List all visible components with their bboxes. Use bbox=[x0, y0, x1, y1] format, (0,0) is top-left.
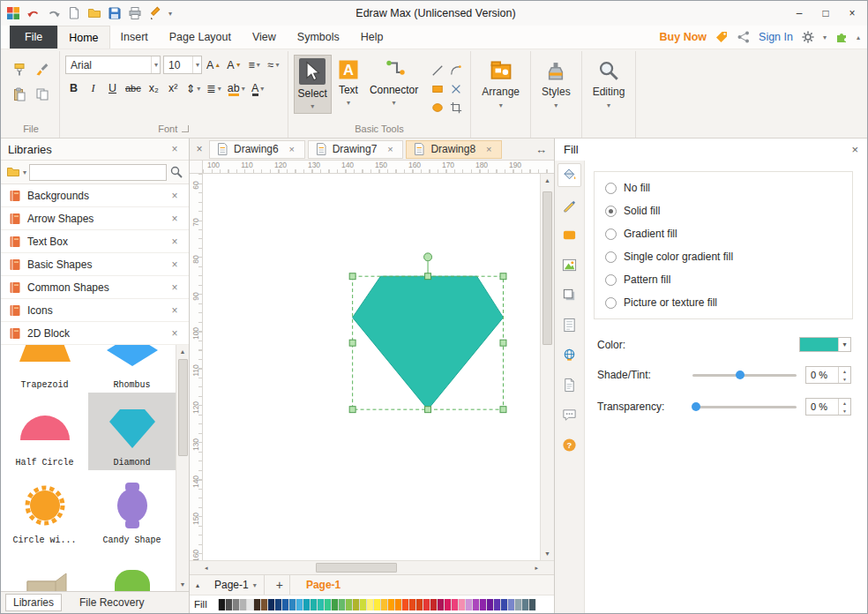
color-swatch[interactable] bbox=[423, 599, 430, 610]
color-swatch[interactable] bbox=[353, 599, 359, 610]
bold-button[interactable]: B bbox=[65, 79, 82, 97]
doc-tab-drawing8[interactable]: Drawing8× bbox=[406, 140, 502, 159]
color-swatch[interactable] bbox=[445, 599, 451, 610]
library-item-text-box[interactable]: Text Box× bbox=[1, 230, 189, 253]
color-swatch[interactable] bbox=[522, 599, 528, 610]
scroll-left-icon[interactable]: ◂ bbox=[205, 562, 208, 573]
color-swatch[interactable] bbox=[289, 599, 296, 610]
color-swatch[interactable] bbox=[212, 599, 218, 610]
document-properties-icon[interactable] bbox=[557, 373, 581, 397]
color-swatch[interactable] bbox=[240, 599, 246, 610]
color-swatch[interactable] bbox=[311, 599, 317, 610]
spin-up-icon[interactable]: ▲ bbox=[839, 399, 850, 407]
hyperlink-icon[interactable] bbox=[557, 343, 581, 367]
settings-dropdown-icon[interactable]: ▾ bbox=[823, 34, 827, 41]
close-icon[interactable]: × bbox=[168, 258, 182, 271]
tab-home[interactable]: Home bbox=[57, 26, 109, 49]
color-swatch[interactable] bbox=[303, 599, 310, 610]
diamond-shape[interactable] bbox=[353, 276, 504, 409]
connector-tool-button[interactable]: Connector ▾ bbox=[365, 55, 423, 110]
close-fill-panel-button[interactable]: × bbox=[851, 143, 858, 156]
fill-option-single-color-gradient-fill[interactable]: Single color gradient fill bbox=[605, 245, 842, 268]
color-swatch[interactable] bbox=[501, 599, 507, 610]
color-swatch[interactable] bbox=[339, 599, 345, 610]
slider-thumb[interactable] bbox=[736, 371, 745, 379]
italic-button[interactable]: I bbox=[85, 79, 101, 97]
style-tool-button[interactable] bbox=[148, 6, 162, 20]
color-swatch[interactable] bbox=[254, 599, 260, 610]
color-swatch[interactable] bbox=[332, 599, 338, 610]
paste-icon[interactable] bbox=[12, 87, 26, 101]
color-swatch[interactable] bbox=[395, 599, 401, 610]
open-file-button[interactable] bbox=[87, 6, 101, 20]
maximize-button[interactable]: □ bbox=[812, 4, 839, 23]
tab-view[interactable]: View bbox=[242, 26, 287, 49]
radio-button[interactable] bbox=[605, 228, 617, 240]
shape-diamond[interactable]: Diamond bbox=[88, 393, 176, 470]
color-picker[interactable]: ▾ bbox=[799, 337, 851, 352]
color-swatch[interactable] bbox=[487, 599, 493, 610]
shape-circle-wi[interactable]: Circle wi... bbox=[1, 470, 88, 548]
ellipse-tool-icon[interactable] bbox=[431, 101, 444, 114]
qat-dropdown-icon[interactable]: ▾ bbox=[168, 10, 172, 18]
help-icon[interactable]: ? bbox=[557, 433, 581, 457]
close-icon[interactable]: × bbox=[285, 144, 299, 154]
shape-candy-shape[interactable]: Candy Shape bbox=[88, 470, 176, 548]
editing-button[interactable]: Editing ▾ bbox=[593, 53, 625, 109]
color-swatch[interactable] bbox=[261, 599, 267, 610]
color-swatch[interactable] bbox=[282, 599, 288, 610]
bullets-button[interactable]: ≣▾ bbox=[205, 79, 223, 97]
page-layout-icon[interactable] bbox=[557, 313, 581, 337]
search-icon[interactable] bbox=[169, 165, 183, 179]
share-icon[interactable] bbox=[737, 30, 751, 44]
color-swatch[interactable] bbox=[247, 599, 253, 610]
crop-tool-icon[interactable] bbox=[450, 101, 462, 114]
close-icon[interactable]: × bbox=[168, 304, 182, 317]
styles-button[interactable]: Styles ▾ bbox=[542, 53, 571, 109]
save-button[interactable] bbox=[108, 6, 122, 20]
radio-button[interactable] bbox=[605, 251, 617, 263]
radio-button[interactable] bbox=[605, 183, 617, 194]
minimize-button[interactable]: – bbox=[786, 4, 812, 23]
color-swatch[interactable] bbox=[219, 599, 225, 610]
scroll-up-icon[interactable]: ▲ bbox=[544, 175, 550, 186]
chevron-down-icon[interactable]: ▾ bbox=[838, 338, 850, 351]
align-button[interactable]: ≡▾ bbox=[246, 56, 263, 74]
shape-blob-green[interactable] bbox=[88, 548, 176, 591]
shade-slider[interactable] bbox=[692, 374, 797, 377]
scrollbar-thumb[interactable] bbox=[542, 191, 552, 345]
radio-button[interactable] bbox=[605, 297, 617, 309]
line-tool-icon[interactable] bbox=[431, 64, 444, 77]
line-spacing-button[interactable]: ⇕▾ bbox=[184, 79, 203, 97]
radio-button[interactable] bbox=[605, 206, 617, 217]
resize-panel-icon[interactable]: ↔ bbox=[531, 143, 551, 156]
scroll-down-icon[interactable]: ▼ bbox=[544, 548, 550, 559]
shadow-icon[interactable] bbox=[557, 283, 581, 307]
buy-now-link[interactable]: Buy Now bbox=[660, 31, 707, 43]
comment-icon[interactable] bbox=[557, 403, 581, 427]
shape-block-tan[interactable] bbox=[1, 548, 88, 591]
color-swatch[interactable] bbox=[360, 599, 366, 610]
vertical-scrollbar[interactable]: ▲ ▼ bbox=[540, 174, 554, 560]
scrollbar-thumb[interactable] bbox=[316, 563, 397, 573]
close-icon[interactable]: × bbox=[168, 190, 182, 202]
color-swatch[interactable] bbox=[430, 599, 437, 610]
close-icon[interactable]: × bbox=[383, 144, 397, 154]
tab-symbols[interactable]: Symbols bbox=[287, 26, 350, 49]
shape-rhombus[interactable]: Rhombus bbox=[88, 345, 176, 393]
picture-icon[interactable] bbox=[557, 253, 581, 277]
library-item-common-shapes[interactable]: Common Shapes× bbox=[1, 276, 189, 299]
subscript-button[interactable]: x₂ bbox=[146, 79, 162, 97]
new-document-button[interactable] bbox=[67, 6, 81, 20]
decrease-font-button[interactable]: A▼ bbox=[225, 56, 243, 74]
close-button[interactable]: × bbox=[839, 4, 865, 23]
library-item-icons[interactable]: Icons× bbox=[1, 299, 189, 322]
color-swatch[interactable] bbox=[275, 599, 281, 610]
add-page-button[interactable]: + bbox=[270, 575, 290, 595]
spin-up-icon[interactable]: ▲ bbox=[839, 367, 850, 375]
color-swatch[interactable] bbox=[381, 599, 387, 610]
format-painter-icon[interactable] bbox=[12, 63, 26, 77]
strikethrough-button[interactable]: abc bbox=[123, 79, 143, 97]
color-swatch[interactable] bbox=[529, 599, 535, 610]
arc-tool-icon[interactable] bbox=[450, 64, 462, 77]
